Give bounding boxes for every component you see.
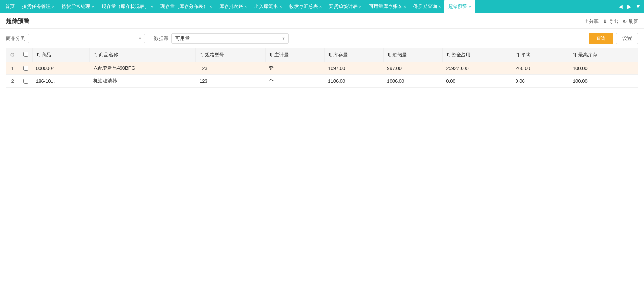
col-capital-header[interactable]: ⇅ 资金占用 (442, 48, 512, 62)
nav-item-0[interactable]: 首页 (1, 0, 18, 13)
col-spec-header[interactable]: ⇅ 规格型号 (196, 48, 265, 62)
nav-item-close-10[interactable]: × (439, 4, 441, 9)
col-avg-header[interactable]: ⇅ 平均... (512, 48, 569, 62)
nav-item-10[interactable]: 保质期查询× (410, 0, 444, 13)
overstock-table: ⚙ ⇅ 商品... ⇅ 商品名称 ⇅ 规格型号 ⇅ (6, 48, 638, 88)
nav-item-label-11: 超储预警 (448, 3, 467, 10)
category-dropdown-icon: ▾ (139, 36, 141, 41)
col-overstock-sort-icon: ⇅ (387, 52, 391, 58)
row-product-code-1: 186-10... (32, 75, 89, 88)
datasource-select[interactable]: 可用量 ▾ (171, 33, 289, 44)
nav-next-arrow[interactable]: ▶ (625, 0, 634, 13)
col-stock-sort-icon: ⇅ (328, 52, 332, 58)
nav-item-close-8[interactable]: × (359, 4, 361, 9)
nav-item-close-7[interactable]: × (319, 4, 322, 9)
export-label: 导出 (609, 18, 618, 25)
row-overstock-0: 997.00 (383, 62, 442, 75)
page-title: 超储预警 (6, 18, 29, 25)
nav-item-close-1[interactable]: × (52, 4, 54, 9)
nav-item-close-9[interactable]: × (404, 4, 406, 9)
row-checkbox-cell-0[interactable] (19, 62, 32, 75)
gear-icon[interactable]: ⚙ (10, 52, 15, 58)
datasource-select-text: 可用量 (175, 35, 190, 42)
row-spec-1: 123 (196, 75, 265, 88)
col-stock-header[interactable]: ⇅ 库存量 (324, 48, 383, 62)
row-unit-1: 个 (265, 75, 324, 88)
col-unit-sort-icon: ⇅ (269, 52, 273, 58)
filter-area: 商品分类 ▾ 数据源 可用量 ▾ 查询 设置 (0, 29, 644, 48)
nav-item-close-6[interactable]: × (279, 4, 282, 9)
nav-item-label-9: 可用量库存账本 (369, 3, 402, 10)
nav-item-3[interactable]: 现存量（库存状况表）× (98, 0, 157, 13)
row-index-1: 2 (6, 75, 19, 88)
nav-item-5[interactable]: 库存批次账× (216, 0, 250, 13)
col-unit-header[interactable]: ⇅ 主计量 (265, 48, 324, 62)
row-max-stock-0: 100.00 (569, 62, 638, 75)
table-wrapper: ⚙ ⇅ 商品... ⇅ 商品名称 ⇅ 规格型号 ⇅ (0, 48, 644, 88)
category-label: 商品分类 (6, 35, 25, 42)
nav-item-label-2: 拣货异常处理 (62, 3, 90, 10)
col-max-stock-header[interactable]: ⇅ 最高库存 (569, 48, 638, 62)
nav-item-close-2[interactable]: × (92, 4, 94, 9)
row-overstock-1: 1006.00 (383, 75, 442, 88)
settings-button[interactable]: 设置 (616, 33, 638, 44)
col-product-code-sort-icon: ⇅ (36, 52, 40, 58)
nav-item-close-11[interactable]: × (469, 4, 471, 9)
col-avg-sort-icon: ⇅ (516, 52, 520, 58)
nav-item-9[interactable]: 可用量库存账本× (365, 0, 410, 13)
nav-more-arrow[interactable]: ▼ (634, 0, 643, 13)
table-row: 1 0000004 六配套新昌490BPG 123 套 1097.00 997.… (6, 62, 638, 75)
page-header: 超储预警 ⤴ 分享 ⬇ 导出 ↻ 刷新 (0, 13, 644, 29)
row-checkbox-0[interactable] (23, 66, 28, 71)
share-icon: ⤴ (585, 19, 588, 25)
col-spec-sort-icon: ⇅ (200, 52, 204, 58)
refresh-button[interactable]: ↻ 刷新 (623, 18, 638, 25)
row-product-code-0: 0000004 (32, 62, 89, 75)
nav-item-label-10: 保质期查询 (413, 3, 437, 10)
col-max-stock-sort-icon: ⇅ (573, 52, 577, 58)
nav-item-6[interactable]: 出入库流水× (250, 0, 285, 13)
col-overstock-header[interactable]: ⇅ 超储量 (383, 48, 442, 62)
export-icon: ⬇ (603, 19, 607, 25)
col-product-name-header[interactable]: ⇅ 商品名称 (89, 48, 196, 62)
col-gear-header[interactable]: ⚙ (6, 48, 19, 62)
datasource-filter: 数据源 可用量 ▾ (154, 33, 289, 44)
nav-item-2[interactable]: 拣货异常处理× (58, 0, 98, 13)
query-button[interactable]: 查询 (589, 33, 613, 44)
row-checkbox-cell-1[interactable] (19, 75, 32, 88)
refresh-label: 刷新 (629, 18, 638, 25)
select-all-checkbox[interactable] (23, 52, 28, 57)
nav-item-7[interactable]: 收发存汇总表× (286, 0, 325, 13)
row-spec-0: 123 (196, 62, 265, 75)
datasource-label: 数据源 (154, 35, 168, 42)
nav-item-label-6: 出入库流水 (254, 3, 278, 10)
category-select[interactable]: ▾ (28, 34, 145, 43)
export-button[interactable]: ⬇ 导出 (603, 18, 618, 25)
nav-item-close-4[interactable]: × (209, 4, 212, 9)
row-stock-0: 1097.00 (324, 62, 383, 75)
nav-item-11[interactable]: 超储预警× (444, 0, 475, 13)
col-product-code-header[interactable]: ⇅ 商品... (32, 48, 89, 62)
nav-item-close-5[interactable]: × (245, 4, 247, 9)
nav-item-8[interactable]: 要货单统计表× (325, 0, 365, 13)
nav-item-label-1: 拣货任务管理 (22, 3, 51, 10)
col-checkbox-header[interactable] (19, 48, 32, 62)
nav-item-label-0: 首页 (5, 3, 15, 10)
nav-prev-arrow[interactable]: ◀ (616, 0, 625, 13)
table-header-row: ⚙ ⇅ 商品... ⇅ 商品名称 ⇅ 规格型号 ⇅ (6, 48, 638, 62)
row-checkbox-1[interactable] (23, 79, 28, 84)
row-capital-0: 259220.00 (442, 62, 512, 75)
category-filter: 商品分类 ▾ (6, 34, 145, 43)
row-unit-0: 套 (265, 62, 324, 75)
share-button[interactable]: ⤴ 分享 (585, 18, 599, 25)
nav-item-1[interactable]: 拣货任务管理× (18, 0, 58, 13)
row-stock-1: 1106.00 (324, 75, 383, 88)
nav-item-label-5: 库存批次账 (219, 3, 243, 10)
row-avg-0: 260.00 (512, 62, 569, 75)
category-select-text (32, 36, 33, 41)
row-product-name-0: 六配套新昌490BPG (89, 62, 196, 75)
row-index-0: 1 (6, 62, 19, 75)
header-actions: ⤴ 分享 ⬇ 导出 ↻ 刷新 (585, 18, 638, 25)
nav-item-close-3[interactable]: × (151, 4, 153, 9)
nav-item-4[interactable]: 现存量（库存分布表）× (157, 0, 215, 13)
